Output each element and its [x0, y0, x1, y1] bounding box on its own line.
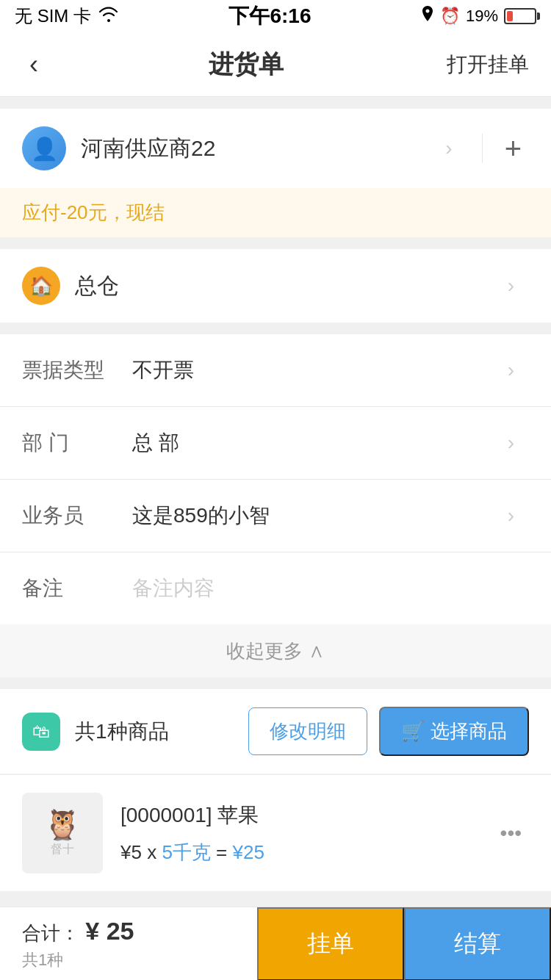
product-thumbnail: 🦉 督十 — [22, 793, 103, 873]
product-name: [0000001] 苹果 — [120, 801, 493, 829]
avatar: 👤 — [22, 126, 66, 170]
supplier-name: 河南供应商22 — [81, 134, 445, 164]
form-section: 票据类型 不开票 › 部 门 总 部 › 业务员 这是859的小智 › 备注 备… — [0, 334, 551, 624]
select-product-button[interactable]: 🛒 选择商品 — [379, 707, 529, 756]
edit-detail-button[interactable]: 修改明细 — [248, 707, 367, 755]
department-value: 总 部 — [110, 429, 508, 457]
avatar-icon: 👤 — [31, 136, 58, 162]
sep-3 — [0, 323, 551, 334]
nav-bar: ‹ 进货单 打开挂单 — [0, 32, 551, 97]
invoice-type-value: 不开票 — [110, 356, 508, 384]
back-button[interactable]: ‹ — [22, 42, 46, 87]
salesperson-label: 业务员 — [22, 502, 110, 530]
warehouse-icon: 🏠 — [22, 267, 60, 305]
product-more-button[interactable]: ••• — [493, 814, 529, 852]
wifi-icon — [98, 6, 119, 26]
home-icon: 🏠 — [29, 275, 53, 298]
invoice-type-chevron-icon: › — [508, 359, 514, 382]
supplier-row[interactable]: 👤 河南供应商22 › + — [0, 109, 551, 188]
status-time: 下午6:16 — [228, 2, 311, 30]
owl-label: 督十 — [51, 842, 74, 857]
product-price: ¥5 x 5千克 = ¥25 — [120, 840, 493, 865]
carrier-label: 无 SIM 卡 — [15, 4, 91, 28]
total-value: ¥ 25 — [85, 917, 134, 945]
chevron-right-icon: › — [445, 137, 452, 160]
bottom-bar: 合计： ¥ 25 共1种 挂单 结算 — [0, 907, 551, 980]
page-title: 进货单 — [209, 48, 284, 82]
add-button[interactable]: + — [497, 132, 529, 165]
invoice-type-label: 票据类型 — [22, 356, 110, 384]
battery-label: 19% — [466, 7, 498, 26]
invoice-type-row[interactable]: 票据类型 不开票 › — [0, 334, 551, 406]
department-chevron-icon: › — [508, 431, 514, 455]
salesperson-row[interactable]: 业务员 这是859的小智 › — [0, 480, 551, 552]
salesperson-value: 这是859的小智 — [110, 502, 508, 530]
warehouse-section: 🏠 总仓 › — [0, 249, 551, 323]
sep-2 — [0, 237, 551, 249]
status-left: 无 SIM 卡 — [15, 4, 119, 28]
remark-label: 备注 — [22, 574, 110, 602]
product-count-icon: 🛍 — [22, 713, 60, 751]
department-label: 部 门 — [22, 429, 110, 457]
notice-text: 应付-20元，现结 — [22, 201, 165, 223]
warehouse-chevron-icon: › — [508, 274, 514, 298]
sep-4 — [0, 677, 551, 689]
product-count-label: 共1种商品 — [75, 718, 248, 746]
remark-row[interactable]: 备注 备注内容 — [0, 552, 551, 624]
battery-icon — [504, 8, 536, 24]
open-hang-button[interactable]: 打开挂单 — [447, 51, 529, 79]
location-icon — [421, 6, 434, 26]
total-label: 合计： — [22, 922, 79, 944]
alarm-icon: ⏰ — [440, 7, 460, 26]
supplier-divider — [482, 134, 483, 163]
total-section: 合计： ¥ 25 共1种 — [0, 917, 257, 971]
warehouse-name: 总仓 — [75, 271, 508, 301]
status-right: ⏰ 19% — [421, 6, 536, 26]
cart-icon: 🛒 — [401, 720, 425, 743]
checkout-button[interactable]: 结算 — [404, 907, 551, 981]
warehouse-row[interactable]: 🏠 总仓 › — [0, 249, 551, 323]
total-count: 共1种 — [22, 949, 235, 971]
notice-bar: 应付-20元，现结 — [0, 188, 551, 237]
hang-button[interactable]: 挂单 — [257, 907, 404, 981]
product-item: 🦉 督十 [0000001] 苹果 ¥5 x 5千克 = ¥25 ••• — [0, 775, 551, 891]
department-row[interactable]: 部 门 总 部 › — [0, 407, 551, 479]
owl-icon: 🦉 — [44, 810, 81, 839]
status-bar: 无 SIM 卡 下午6:16 ⏰ 19% — [0, 0, 551, 32]
supplier-section: 👤 河南供应商22 › + 应付-20元，现结 — [0, 109, 551, 237]
sep-1 — [0, 97, 551, 109]
product-info: [0000001] 苹果 ¥5 x 5千克 = ¥25 — [120, 801, 493, 865]
product-header: 🛍 共1种商品 修改明细 🛒 选择商品 — [0, 689, 551, 774]
total-amount: 合计： ¥ 25 — [22, 917, 235, 946]
shopping-bag-icon: 🛍 — [32, 721, 50, 742]
collapse-row[interactable]: 收起更多 ∧ — [0, 624, 551, 677]
salesperson-chevron-icon: › — [508, 504, 514, 527]
collapse-label: 收起更多 ∧ — [226, 638, 324, 664]
remark-placeholder[interactable]: 备注内容 — [110, 574, 529, 602]
